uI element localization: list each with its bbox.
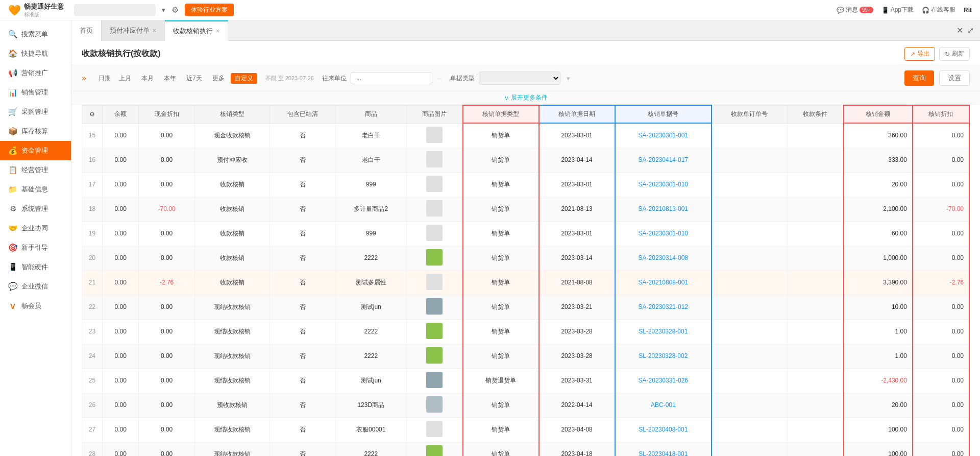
table-row: 27 0.00 0.00 现结收款核销 否 衣服00001 销货单 2023-0… — [82, 417, 970, 442]
solution-btn[interactable]: 体验行业方案 — [185, 4, 234, 16]
td-receipt-condition — [787, 270, 843, 295]
table-row: 20 0.00 0.00 收款核销 否 2222 销货单 2023-03-14 … — [82, 246, 970, 270]
tab-maximize[interactable]: ⤢ — [967, 26, 974, 35]
td-id: 19 — [82, 221, 103, 246]
td-verify-bill-no[interactable]: SA-20210813-001 — [615, 197, 712, 221]
bill-no-link[interactable]: SL-20230328-002 — [639, 352, 688, 359]
td-verify-bill-no[interactable]: SL-20230418-001 — [615, 442, 712, 456]
filter-collapse-btn[interactable]: » — [82, 74, 86, 83]
user-name[interactable]: Rit — [964, 7, 972, 14]
td-verify-bill-no[interactable]: SA-20230301-010 — [615, 172, 712, 197]
td-verify-discount: 0.00 — [913, 123, 969, 148]
bill-no-link[interactable]: SA-20230301-001 — [639, 132, 688, 139]
bill-no-link[interactable]: SL-20230408-001 — [639, 426, 688, 433]
td-verify-bill-no[interactable]: SL-20230328-002 — [615, 344, 712, 368]
td-verify-bill-no[interactable]: SL-20230328-001 — [615, 319, 712, 344]
td-verify-bill-no[interactable]: SL-20230408-001 — [615, 417, 712, 442]
sidebar-item-collab[interactable]: 🤝 企业协同 — [0, 219, 71, 238]
sidebar-item-nav[interactable]: 🏠 快捷导航 — [0, 44, 71, 63]
sidebar-item-search[interactable]: 🔍 搜索菜单 — [0, 25, 71, 44]
sidebar-item-basic-info[interactable]: 📁 基础信息 — [0, 180, 71, 199]
bill-no-link[interactable]: SL-20230328-001 — [639, 328, 688, 335]
td-verify-bill-no[interactable]: SA-20230321-012 — [615, 295, 712, 319]
date-btn-last-month[interactable]: 上月 — [115, 73, 135, 84]
th-verify-discount: 核销折扣 — [913, 105, 969, 123]
tab-verify-close[interactable]: × — [216, 28, 219, 35]
td-verify-bill-no[interactable]: ABC-001 — [615, 393, 712, 417]
tab-home[interactable]: 首页 — [71, 20, 102, 41]
sidebar-item-finance[interactable]: 💰 资金管理 — [0, 141, 71, 160]
bill-no-link[interactable]: SA-20230301-010 — [639, 230, 688, 237]
td-include-settled: 否 — [270, 417, 335, 442]
date-btn-this-month[interactable]: 本月 — [137, 73, 158, 84]
table-settings-icon[interactable]: ⚙ — [89, 111, 95, 118]
td-verify-type: 现金收款核销 — [194, 123, 270, 148]
tab-prepay[interactable]: 预付冲应付单 × — [102, 20, 165, 41]
date-btn-more[interactable]: 更多 — [208, 73, 229, 84]
sidebar-item-management[interactable]: 📋 经营管理 — [0, 160, 71, 180]
company-selector[interactable] — [74, 4, 156, 16]
bill-no-link[interactable]: SA-20230314-008 — [639, 254, 688, 261]
td-receipt-order-no — [712, 319, 787, 344]
sidebar-item-purchase[interactable]: 🛒 采购管理 — [0, 102, 71, 122]
td-cash-discount: 0.00 — [139, 393, 194, 417]
bill-no-link[interactable]: SA-20230331-026 — [639, 377, 688, 384]
date-btn-7days[interactable]: 近7天 — [182, 73, 206, 84]
tab-close-all[interactable]: ✕ — [957, 26, 963, 35]
td-cash-discount: 0.00 — [139, 123, 194, 148]
td-verify-discount: -2.76 — [913, 270, 969, 295]
td-include-settled: 否 — [270, 368, 335, 393]
app-download-btn[interactable]: 📱 App下载 — [881, 6, 914, 14]
sidebar-item-member[interactable]: V 畅会员 — [0, 296, 71, 316]
bill-no-link[interactable]: SA-20210813-001 — [639, 205, 688, 212]
sidebar-item-hardware[interactable]: 📱 智能硬件 — [0, 257, 71, 277]
tab-prepay-close[interactable]: × — [153, 27, 156, 34]
tab-verify[interactable]: 收款核销执行 × — [165, 20, 228, 41]
th-verify-bill-date: 核销单据日期 — [539, 105, 615, 123]
sidebar-item-marketing[interactable]: 📢 营销推广 — [0, 63, 71, 83]
td-receipt-condition — [787, 344, 843, 368]
date-btn-this-year[interactable]: 本年 — [160, 73, 180, 84]
bill-no-link[interactable]: SL-20230418-001 — [639, 450, 688, 456]
td-verify-bill-no[interactable]: SA-20230301-001 — [615, 123, 712, 148]
sidebar-item-inventory[interactable]: 📦 库存核算 — [0, 122, 71, 141]
settings-icon[interactable]: ⚙ — [172, 5, 179, 15]
sidebar-item-system[interactable]: ⚙ 系统管理 — [0, 199, 71, 219]
th-receipt-condition: 收款条件 — [787, 105, 843, 123]
td-verify-bill-no[interactable]: SA-20230414-017 — [615, 148, 712, 172]
bill-no-link[interactable]: SA-20230321-012 — [639, 303, 688, 310]
expand-more-btn[interactable]: ∨ 展开更多条件 — [504, 93, 548, 102]
sidebar-item-sales[interactable]: 📊 销售管理 — [0, 83, 71, 102]
bill-no-link[interactable]: ABC-001 — [651, 401, 676, 409]
app-edition: 标准版 — [24, 11, 64, 18]
refresh-button[interactable]: ↻ 刷新 — [939, 47, 970, 61]
export-button[interactable]: ↗ 导出 — [904, 47, 935, 61]
td-id: 27 — [82, 417, 103, 442]
date-btn-custom[interactable]: 自定义 — [231, 73, 257, 84]
td-verify-bill-no[interactable]: SA-20210808-001 — [615, 270, 712, 295]
dropdown-icon[interactable]: ▾ — [162, 6, 165, 14]
sidebar-item-label: 智能硬件 — [21, 262, 48, 272]
td-verify-bill-no[interactable]: SA-20230301-010 — [615, 221, 712, 246]
td-id: 17 — [82, 172, 103, 197]
settings-button[interactable]: 设置 — [939, 70, 970, 86]
td-product: 123D商品 — [335, 393, 406, 417]
td-verify-bill-no[interactable]: SA-20230314-008 — [615, 246, 712, 270]
query-button[interactable]: 查询 — [904, 70, 934, 86]
bill-no-link[interactable]: SA-20230301-010 — [639, 181, 688, 188]
sidebar-item-guide[interactable]: 🎯 新手引导 — [0, 238, 71, 257]
th-settings[interactable]: ⚙ — [82, 105, 103, 123]
bill-type-select[interactable] — [479, 71, 560, 85]
td-product-image — [406, 221, 462, 246]
td-verify-type: 现结收款核销 — [194, 442, 270, 456]
bill-no-link[interactable]: SA-20210808-001 — [639, 279, 688, 286]
message-btn[interactable]: 💬 消息 99+ — [837, 6, 873, 14]
bill-no-link[interactable]: SA-20230414-017 — [639, 156, 688, 163]
td-verify-bill-no[interactable]: SA-20230331-026 — [615, 368, 712, 393]
counterparty-input[interactable] — [351, 72, 432, 84]
online-service-btn[interactable]: 🎧 在线客服 — [922, 6, 955, 14]
table-row: 22 0.00 0.00 现结收款核销 否 测试jun 销货单 2023-03-… — [82, 295, 970, 319]
td-receipt-condition — [787, 295, 843, 319]
sidebar-item-weixin[interactable]: 💬 企业微信 — [0, 277, 71, 296]
table-container[interactable]: ⚙ 余额 现金折扣 核销类型 包含已结清 商品 商品图片 核销单据类型 核销单据… — [71, 105, 980, 456]
